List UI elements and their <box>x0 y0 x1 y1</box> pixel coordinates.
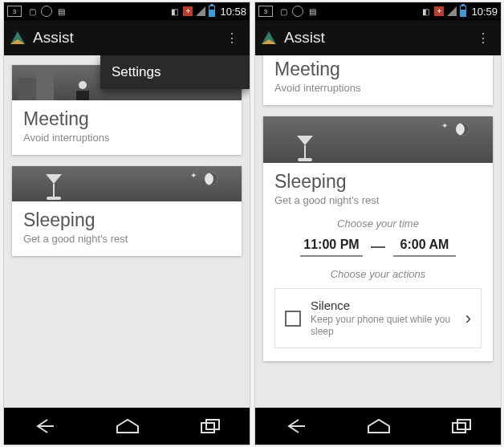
phone-screenshot-right: 3 ▢ ▤ ◧ + 10:59 Assist ⋮ Meeting Avoid i… <box>255 2 501 445</box>
sleeping-card-header-image: ✦ <box>263 116 493 163</box>
status-icon: ◧ <box>169 6 180 17</box>
svg-rect-3 <box>457 420 470 429</box>
nav-home-button[interactable] <box>114 418 141 434</box>
meeting-card-subtitle: Avoid interruptions <box>274 82 482 94</box>
sleeping-card-title: Sleeping <box>274 171 482 193</box>
nav-back-button[interactable] <box>284 418 307 434</box>
carrier-badge: 3 <box>7 6 22 17</box>
phone-screenshot-left: 3 ▢ ▤ ◧ + 10:58 Assist ⋮ Settings <box>4 2 250 445</box>
status-icon: ◧ <box>420 6 431 17</box>
battery-icon <box>460 6 466 17</box>
status-bar: 3 ▢ ▤ ◧ + 10:58 <box>4 2 250 20</box>
app-bar: Assist ⋮ <box>4 20 250 55</box>
overflow-menu-button[interactable]: ⋮ <box>219 30 243 46</box>
app-logo-icon <box>10 31 25 44</box>
nav-recent-button[interactable] <box>200 418 221 434</box>
meeting-card-subtitle: Avoid interruptions <box>23 132 230 144</box>
status-icon: ▤ <box>307 6 318 17</box>
app-logo-icon <box>262 31 276 44</box>
meeting-card-title: Meeting <box>23 108 230 130</box>
sleeping-card-subtitle: Get a good night's rest <box>274 194 482 206</box>
sleeping-card-expanded: ✦ Sleeping Get a good night's rest Choos… <box>263 116 493 361</box>
silence-checkbox[interactable] <box>285 311 301 327</box>
sleeping-card-header-image: ✦ <box>12 166 242 201</box>
nav-home-button[interactable] <box>365 418 392 434</box>
silence-subtitle: Keep your phone quiet while you sleep <box>311 314 461 338</box>
status-time: 10:59 <box>471 6 498 18</box>
sleeping-card-subtitle: Get a good night's rest <box>23 233 230 245</box>
moon-icon <box>456 123 469 136</box>
status-bar: 3 ▢ ▤ ◧ + 10:59 <box>255 2 501 20</box>
time-range-dash <box>371 246 385 248</box>
nav-back-button[interactable] <box>33 418 55 434</box>
time-end-picker[interactable]: 6:00 AM <box>393 238 456 257</box>
motorola-icon <box>41 6 52 17</box>
svg-rect-2 <box>453 423 465 433</box>
app-bar: Assist ⋮ <box>255 20 501 55</box>
content-area: Meeting Avoid interruptions ✦ Sleeping G… <box>4 55 250 408</box>
meeting-card-title: Meeting <box>274 59 482 80</box>
motorola-icon <box>292 6 303 17</box>
status-icon: ▢ <box>26 6 38 17</box>
battery-icon <box>209 6 215 17</box>
svg-rect-0 <box>201 423 214 433</box>
signal-icon <box>447 6 457 16</box>
status-time: 10:58 <box>220 6 246 18</box>
alert-icon: + <box>183 6 193 16</box>
carrier-badge: 3 <box>258 6 273 17</box>
content-area: Meeting Avoid interruptions ✦ Sleeping G… <box>255 55 501 408</box>
chevron-right-icon[interactable]: › <box>461 308 476 329</box>
nav-recent-button[interactable] <box>451 418 472 434</box>
status-icon: ▤ <box>55 6 67 17</box>
settings-label: Settings <box>112 64 161 80</box>
svg-rect-1 <box>206 420 219 429</box>
star-icon: ✦ <box>441 121 448 130</box>
app-title: Assist <box>33 29 219 47</box>
moon-icon <box>205 173 217 185</box>
lamp-icon <box>44 174 63 201</box>
choose-actions-label: Choose your actions <box>274 268 482 280</box>
overflow-menu-button[interactable]: ⋮ <box>470 30 494 46</box>
choose-time-label: Choose your time <box>274 217 482 230</box>
lamp-icon <box>295 136 315 163</box>
sleeping-card-title: Sleeping <box>23 209 230 231</box>
sleeping-card[interactable]: ✦ Sleeping Get a good night's rest <box>12 166 242 256</box>
star-icon: ✦ <box>190 171 197 180</box>
status-icon: ▢ <box>278 6 289 17</box>
silence-action-row[interactable]: Silence Keep your phone quiet while you … <box>274 288 482 348</box>
silence-title: Silence <box>311 299 461 312</box>
nav-bar <box>4 408 250 445</box>
time-start-picker[interactable]: 11:00 PM <box>300 238 363 257</box>
settings-menu-item[interactable]: Settings <box>100 55 250 89</box>
meeting-card-collapsed[interactable]: Meeting Avoid interruptions <box>263 55 493 105</box>
signal-icon <box>196 6 205 16</box>
nav-bar <box>255 408 501 445</box>
alert-icon: + <box>434 6 444 16</box>
app-title: Assist <box>284 29 470 47</box>
